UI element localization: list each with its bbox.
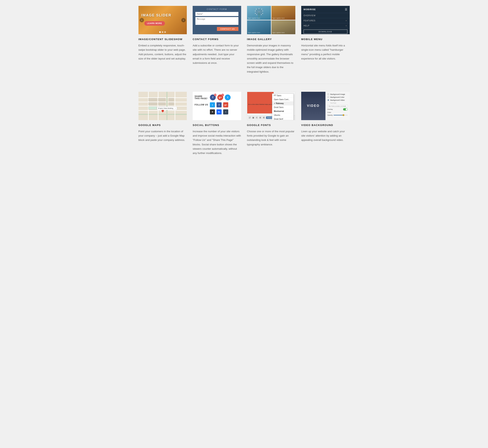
video-option-bg-image: Background Image — [328, 93, 348, 95]
video-option-bg-video: Background Video — [328, 99, 348, 101]
map-block-3 — [169, 98, 174, 101]
radio-bg-video[interactable] — [328, 99, 329, 101]
map-block-5 — [158, 102, 166, 105]
gallery-caption-4: Type caption here — [272, 32, 285, 33]
menu-bar: MOBIRISE ☰ — [301, 6, 350, 13]
font-droid-serif[interactable]: Droid Serif — [272, 117, 293, 120]
map-block-4 — [148, 102, 157, 105]
social-share-row: SHARE THIS PAGE! f 192 g+ 47 t — [195, 95, 239, 100]
radio-bg-color[interactable] — [328, 96, 329, 98]
map-bg: Empire State Building × — [138, 92, 187, 120]
toolbar-icon-3[interactable]: ≡ — [256, 116, 258, 119]
social-share-label: SHARE THIS PAGE! — [195, 95, 208, 100]
svg-point-16 — [256, 14, 257, 15]
bg-color-label: Background Color — [330, 96, 344, 98]
dot-3[interactable] — [164, 31, 166, 33]
menu-logo: MOBIRISE — [304, 8, 316, 11]
menu-card-title: MOBILE MENU — [301, 38, 350, 41]
contact-name-input[interactable] — [195, 12, 239, 16]
opacity-slider[interactable] — [334, 115, 348, 115]
next-arrow-button[interactable]: › — [181, 18, 186, 22]
font-pt-sans[interactable]: PT Sans — [272, 94, 293, 98]
help-arrow-icon: ▼ — [345, 25, 347, 27]
menu-item-overview[interactable]: OVERVIEW — [301, 13, 350, 18]
section-divider — [138, 84, 350, 84]
contact-message-input[interactable] — [195, 17, 239, 25]
googleplus-share-button[interactable]: g+ 47 — [217, 95, 223, 100]
contact-submit-button[interactable]: CONTACT US — [217, 27, 238, 31]
gallery-cell-4[interactable]: Type caption here — [272, 20, 295, 34]
slide-dots — [159, 31, 166, 33]
card-gallery: Type caption here Type caption here Type… — [247, 6, 296, 74]
social-follow-label: FOLLOW US — [195, 104, 208, 106]
card-video: VIDEO Background Image Background Color … — [301, 92, 350, 156]
card-slideshow: IMAGE SLIDER LEARN MORE ‹ › IMAGE/CONTEN… — [138, 6, 187, 74]
googleplus-follow-button[interactable]: g+ — [223, 102, 228, 107]
toolbar-icon-2[interactable]: ▦ — [252, 116, 255, 119]
fonts-dropdown[interactable]: PT Sans Open Sans Cont... ✓ Raleway Droi… — [272, 94, 294, 120]
gallery-preview: Type caption here Type caption here Type… — [247, 6, 296, 34]
menu-card-desc: Horizontal site menu folds itself into a… — [301, 43, 350, 61]
github-follow-button[interactable]: ★ — [210, 109, 215, 114]
facebook-count: 192 — [214, 94, 216, 96]
page-wrapper: IMAGE SLIDER LEARN MORE ‹ › IMAGE/CONTEN… — [135, 0, 354, 171]
menu-download-button[interactable]: DOWNLOAD — [304, 30, 347, 34]
video-url-input[interactable] — [328, 105, 348, 107]
video-card-desc: Liven up your website and catch your sit… — [301, 129, 350, 142]
map-tooltip-close[interactable]: × — [175, 107, 176, 109]
gallery-cell-1[interactable]: Type caption here — [247, 6, 271, 20]
learn-more-button[interactable]: LEARN MORE — [144, 21, 165, 26]
font-open-sans[interactable]: Open Sans Cont... — [272, 98, 293, 102]
card-contact: CONTACT FORM CONTACT US CONTACT FORMS Ad… — [193, 6, 241, 74]
video-right-panel: Background Image Background Color Backgr… — [326, 92, 350, 120]
contact-card-desc: Add a subscribe or contact form to your … — [193, 43, 241, 65]
menu-item-features[interactable]: FEATURES ▼ — [301, 18, 350, 23]
font-montserrat[interactable]: Montserrat — [272, 109, 293, 113]
svg-point-11 — [261, 9, 262, 10]
road-v1 — [148, 92, 149, 120]
video-preview: VIDEO Background Image Background Color … — [301, 92, 350, 120]
video-left-panel: VIDEO — [301, 92, 326, 120]
gallery-cell-3[interactable]: Type caption here — [247, 20, 271, 34]
contact-card-title: CONTACT FORMS — [193, 38, 241, 41]
googleplus-count: 47 — [221, 94, 224, 96]
dot-1[interactable] — [159, 31, 161, 33]
gallery-caption-1: Type caption here — [248, 17, 260, 19]
svg-point-10 — [256, 9, 257, 10]
social-follow-row: FOLLOW US t f g+ — [195, 102, 239, 107]
video-color-row: Color — [328, 112, 348, 113]
radio-bg-image[interactable] — [328, 93, 329, 95]
prev-arrow-button[interactable]: ‹ — [140, 18, 144, 22]
slideshow-card-desc: Embed a completely responsive, touch-swi… — [138, 43, 187, 61]
toolbar-icon-4[interactable]: ⊞ — [259, 116, 262, 119]
svg-point-13 — [262, 11, 263, 11]
font-droid-sans[interactable]: Droid Sans — [272, 105, 293, 109]
twitter-follow-button[interactable]: t — [210, 102, 215, 107]
hamburger-icon: ☰ — [345, 8, 347, 11]
dot-2[interactable] — [162, 31, 163, 33]
behance-follow-button[interactable]: Be — [216, 109, 222, 114]
font-raleway[interactable]: ✓ Raleway — [272, 102, 293, 105]
map-block-7 — [148, 106, 157, 110]
toolbar-icon-1[interactable]: 🖊 — [248, 116, 251, 119]
menu-item-features-label: FEATURES — [304, 20, 315, 22]
toolbar-icon-5[interactable]: ⚙ — [263, 116, 265, 119]
overlay-toggle[interactable] — [343, 108, 348, 111]
map-block-2 — [158, 98, 166, 101]
gallery-cell-2[interactable]: Type caption here — [272, 6, 295, 20]
fonts-card-title: GOOGLE FONTS — [247, 124, 296, 127]
facebook-follow-button[interactable]: f — [216, 102, 222, 107]
svg-point-15 — [262, 13, 263, 14]
slideshow-preview: IMAGE SLIDER LEARN MORE ‹ › — [138, 6, 187, 34]
card-menu: MOBIRISE ☰ OVERVIEW FEATURES ▼ HELP ▼ DO… — [301, 6, 350, 74]
tumblr-follow-button[interactable]: t — [223, 109, 228, 114]
card-social: SHARE THIS PAGE! f 192 g+ 47 t FOLLOW US… — [193, 92, 241, 156]
svg-point-17 — [261, 14, 262, 15]
facebook-share-button[interactable]: f 192 — [210, 95, 216, 100]
menu-item-help[interactable]: HELP ▼ — [301, 23, 350, 28]
color-label: Color — [328, 112, 331, 113]
twitter-share-button[interactable]: t — [225, 95, 231, 100]
card-fonts: PT Sans Open Sans Cont... ✓ Raleway Droi… — [247, 92, 296, 156]
maps-card-title: GOOGLE MAPS — [138, 124, 187, 127]
font-ubuntu[interactable]: Ubuntu — [272, 113, 293, 117]
